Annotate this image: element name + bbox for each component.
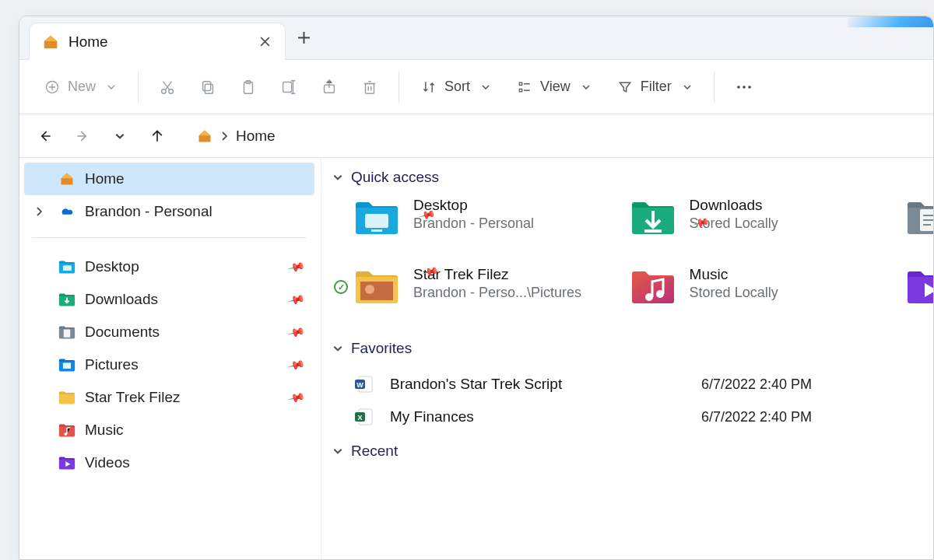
svg-rect-28 bbox=[371, 229, 382, 232]
back-button[interactable] bbox=[30, 121, 60, 151]
onedrive-icon bbox=[58, 205, 75, 218]
copy-button[interactable] bbox=[190, 71, 226, 103]
quick-access-subtitle: Brandon - Perso...\Pictures bbox=[413, 285, 581, 301]
command-bar: New Sort View Filter bbox=[19, 60, 933, 114]
home-icon bbox=[42, 33, 59, 51]
folder-icon bbox=[58, 389, 75, 406]
close-tab-icon[interactable] bbox=[259, 36, 271, 47]
sidebar-item-desktop[interactable]: Desktop📌 bbox=[24, 250, 314, 283]
excel-icon: X bbox=[353, 407, 374, 427]
favorite-date: 6/7/2022 2:40 PM bbox=[701, 409, 812, 425]
svg-rect-19 bbox=[64, 330, 70, 338]
home-icon bbox=[58, 171, 75, 187]
svg-rect-10 bbox=[519, 82, 521, 85]
more-button[interactable] bbox=[725, 70, 763, 104]
sidebar-item-pictures[interactable]: Pictures📌 bbox=[24, 348, 314, 381]
chevron-down-icon bbox=[107, 82, 116, 92]
sidebar-item-label: Brandon - Personal bbox=[85, 203, 212, 220]
title-bar: Home bbox=[19, 16, 933, 60]
svg-point-12 bbox=[737, 86, 740, 89]
filter-button[interactable]: Filter bbox=[606, 71, 703, 103]
sidebar-item-music[interactable]: Music bbox=[24, 414, 314, 446]
pictures-icon bbox=[58, 356, 75, 373]
chevron-down-icon bbox=[481, 82, 490, 92]
documents-icon bbox=[58, 324, 75, 341]
favorite-item[interactable]: WBrandon's Star Trek Script6/7/2022 2:40… bbox=[329, 368, 933, 401]
quick-access-item[interactable] bbox=[904, 266, 933, 317]
music-icon bbox=[629, 266, 677, 306]
pin-icon: 📌 bbox=[286, 289, 306, 309]
chevron-right-icon bbox=[220, 131, 228, 142]
tab-home[interactable]: Home bbox=[29, 23, 286, 60]
svg-point-34 bbox=[365, 285, 374, 294]
section-recent[interactable]: Recent bbox=[329, 438, 933, 471]
quick-access-item[interactable] bbox=[904, 197, 933, 247]
file-explorer-window: Home New Sort View bbox=[19, 16, 934, 560]
favorite-name: My Finances bbox=[390, 408, 686, 425]
rename-button[interactable] bbox=[271, 71, 307, 103]
svg-rect-4 bbox=[203, 81, 211, 90]
breadcrumb[interactable]: Home bbox=[188, 121, 285, 152]
quick-access-item[interactable]: DownloadsStored Locally📌 bbox=[629, 197, 859, 247]
svg-rect-27 bbox=[365, 214, 388, 228]
svg-rect-11 bbox=[519, 89, 521, 91]
svg-rect-9 bbox=[366, 83, 374, 93]
recent-locations-button[interactable] bbox=[105, 121, 135, 151]
music-icon bbox=[58, 422, 75, 439]
address-bar: Home bbox=[19, 114, 933, 158]
view-button[interactable]: View bbox=[506, 71, 602, 103]
content-pane: Quick access DesktopBrandon - Personal📌D… bbox=[321, 158, 933, 559]
quick-access-item[interactable]: Star Trek FilezBrandon - Perso...\Pictur… bbox=[353, 266, 582, 317]
svg-rect-3 bbox=[205, 84, 212, 93]
favorite-name: Brandon's Star Trek Script bbox=[390, 376, 686, 393]
pin-icon: 📌 bbox=[286, 387, 306, 407]
desktop-icon bbox=[353, 197, 401, 237]
section-quick-access[interactable]: Quick access bbox=[329, 164, 933, 197]
quick-access-item[interactable]: MusicStored Locally bbox=[629, 266, 859, 317]
forward-button[interactable] bbox=[68, 121, 97, 151]
picfolder-icon bbox=[353, 266, 401, 306]
paste-button[interactable] bbox=[230, 71, 266, 103]
sidebar-item-star-trek-filez[interactable]: Star Trek Filez📌 bbox=[24, 381, 314, 414]
svg-text:X: X bbox=[357, 414, 362, 422]
svg-point-13 bbox=[743, 86, 746, 89]
section-favorites[interactable]: Favorites bbox=[329, 335, 933, 368]
new-tab-button[interactable] bbox=[286, 16, 321, 59]
pin-icon: 📌 bbox=[286, 322, 306, 341]
sidebar-item-label: Home bbox=[85, 170, 125, 187]
word-icon: W bbox=[353, 374, 374, 394]
quick-access-subtitle: Stored Locally bbox=[690, 285, 778, 301]
favorite-item[interactable]: XMy Finances6/7/2022 2:40 PM bbox=[329, 401, 933, 433]
sidebar-item-label: Star Trek Filez bbox=[85, 389, 180, 406]
delete-button[interactable] bbox=[352, 71, 388, 103]
sidebar-item-label: Documents bbox=[85, 324, 160, 341]
sidebar-item-home[interactable]: Home bbox=[24, 163, 314, 195]
quick-access-title: Music bbox=[690, 266, 778, 283]
home-icon bbox=[197, 128, 212, 144]
downloads-icon bbox=[58, 291, 75, 308]
favorite-date: 6/7/2022 2:40 PM bbox=[701, 376, 812, 393]
sort-button[interactable]: Sort bbox=[410, 71, 501, 103]
svg-rect-22 bbox=[59, 394, 75, 404]
documents-icon bbox=[904, 197, 933, 237]
chevron-down-icon bbox=[581, 82, 591, 92]
quick-access-title: Downloads bbox=[690, 197, 778, 214]
sidebar-item-label: Pictures bbox=[85, 356, 139, 373]
quick-access-item[interactable]: DesktopBrandon - Personal📌 bbox=[353, 197, 582, 247]
cut-button[interactable] bbox=[149, 71, 185, 103]
desktop-icon bbox=[58, 258, 75, 275]
navigation-pane: Home Brandon - Personal Desktop📌Download… bbox=[19, 158, 321, 559]
up-button[interactable] bbox=[142, 121, 172, 151]
sidebar-item-downloads[interactable]: Downloads📌 bbox=[24, 283, 314, 316]
tab-title: Home bbox=[68, 33, 108, 51]
chevron-right-icon[interactable] bbox=[35, 207, 43, 216]
pin-icon: 📌 bbox=[286, 257, 306, 276]
share-button[interactable] bbox=[311, 71, 347, 103]
sidebar-item-label: Desktop bbox=[85, 258, 139, 275]
new-button[interactable]: New bbox=[33, 71, 127, 103]
sidebar-item-onedrive[interactable]: Brandon - Personal bbox=[24, 195, 314, 228]
pin-icon: 📌 bbox=[286, 355, 306, 374]
sidebar-item-videos[interactable]: Videos bbox=[24, 446, 314, 479]
svg-rect-21 bbox=[63, 362, 71, 369]
sidebar-item-documents[interactable]: Documents📌 bbox=[24, 316, 314, 348]
